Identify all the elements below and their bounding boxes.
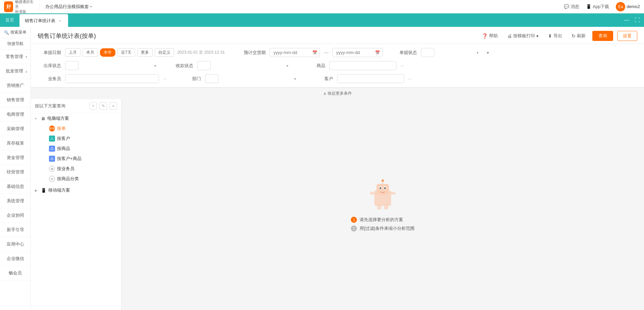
customer-input[interactable]	[337, 74, 404, 83]
logo-subtitle: 标准版	[15, 9, 34, 14]
help-label: 帮助	[489, 33, 498, 39]
by-order-icon: 按单	[49, 125, 55, 132]
tree-node-by-goods-type[interactable]: ▤ 按商品分类	[39, 174, 121, 184]
logo-icon: 好	[4, 1, 13, 12]
sidebar-item-member[interactable]: 畅会员	[0, 266, 31, 280]
status-expand-arrow[interactable]: ▾	[487, 50, 489, 55]
sidebar-item-system-label: 系统管理	[7, 198, 24, 203]
tab-home-label: 首页	[5, 17, 14, 23]
right-content: 1 请先选择要分析的方案 2 用[过滤]条件来缩小分析范围	[121, 99, 644, 310]
sidebar-item-retail[interactable]: 零售管理 ▾	[0, 50, 31, 64]
tree-node-by-customer-goods[interactable]: 品 按客户+商品	[39, 154, 121, 164]
sidebar-item-marketing[interactable]: 营销推广	[0, 79, 31, 93]
filter-row-3: 业务员 ··· 部门 客户 ···	[38, 74, 637, 83]
sidebar-item-wechat[interactable]: 企业微信	[0, 252, 31, 266]
left-panel-icons: + ✎ «	[90, 102, 117, 110]
export-btn[interactable]: ⬇ 导出	[545, 32, 565, 40]
mobile-section-header[interactable]: ▶ 📱 移动端方案	[31, 185, 121, 195]
sidebar-item-wholesale[interactable]: 批发管理 ▴	[0, 64, 31, 79]
sidebar-item-enterprise[interactable]: 企业协同	[0, 208, 31, 223]
sidebar-item-newbie[interactable]: 新手引导	[0, 223, 31, 237]
by-customer-goods-icon: 品	[49, 156, 55, 162]
tip-num-1: 1	[351, 217, 357, 223]
tab-sales-order[interactable]: 销售订单统计表 ×	[19, 14, 68, 28]
last-month-btn[interactable]: 上月	[65, 48, 80, 57]
sidebar-item-basic[interactable]: 基础信息	[0, 179, 31, 194]
expected-date-to-input[interactable]	[332, 48, 383, 57]
sidebar-item-appcenter-label: 应用中心	[7, 242, 24, 247]
salesman-ellipsis[interactable]: ···	[163, 76, 167, 81]
app-download-btn[interactable]: 📱 App下载	[586, 4, 609, 10]
customer-ellipsis[interactable]: ···	[408, 76, 412, 81]
tab-minimize-icon[interactable]: —	[623, 16, 631, 24]
sidebar-item-system[interactable]: 系统管理	[0, 194, 31, 208]
svg-rect-1	[377, 184, 389, 195]
query-btn[interactable]: 查询	[592, 31, 613, 41]
tree-node-by-goods[interactable]: 品 按商品	[39, 144, 121, 154]
nav-quick-item[interactable]: 快捷导航	[0, 38, 31, 50]
tab-close-btn[interactable]: ×	[57, 18, 63, 23]
sidebar-item-purchase[interactable]: 采购管理	[0, 122, 31, 136]
print-btn[interactable]: 🖨 按模板打印 ▾	[504, 32, 541, 40]
collapse-bar[interactable]: ∧ 收起更多条件	[31, 88, 644, 99]
refresh-btn[interactable]: ↻ 刷新	[569, 32, 588, 40]
sidebar-item-operation[interactable]: 经营管理	[0, 165, 31, 179]
sidebar-item-appcenter[interactable]: 应用中心	[0, 237, 31, 252]
message-btn[interactable]: 💬 消息	[564, 4, 579, 10]
panel-add-icon[interactable]: +	[90, 102, 97, 110]
tip-num-2: 2	[351, 225, 357, 231]
date-btn-group: 上月 本月 本年 近7天 更多 自定义 2023-01-01 至 2023-12…	[65, 48, 225, 57]
payment-status-select[interactable]	[197, 61, 211, 70]
user-area[interactable]: Ea demo2	[616, 2, 640, 11]
sidebar-item-sales[interactable]: 销售管理	[0, 93, 31, 107]
svg-rect-8	[370, 192, 375, 194]
sidebar-item-newbie-label: 新手引导	[7, 227, 24, 232]
sidebar-item-finance[interactable]: 资金管理	[0, 151, 31, 165]
page-header: 销售订单统计表(按单) ❓ 帮助 🖨 按模板打印 ▾ ⬇ 导出 ↻ 刷新	[31, 27, 644, 44]
goods-ellipsis[interactable]: ···	[400, 63, 404, 68]
tree-child-container: 按单 按单 人 按客户 品 按商品	[31, 123, 121, 184]
mobile-icon: 📱	[41, 188, 46, 193]
this-month-btn[interactable]: 本月	[83, 48, 98, 57]
sidebar-item-ecommerce[interactable]: 电商管理	[0, 107, 31, 122]
top-bar: 好 畅捷通好生意 标准版 办公用品行业模拟账套 ▾ 💬 消息 📱 App下载 E…	[0, 0, 644, 13]
panel-collapse-icon[interactable]: «	[110, 102, 117, 110]
customer-label: 客户	[310, 76, 333, 82]
tree-node-by-salesman[interactable]: ▦ 按业务员	[39, 164, 121, 174]
refresh-label: 刷新	[577, 33, 586, 39]
tree-node-by-order[interactable]: 按单 按单	[39, 123, 121, 134]
sidebar-item-inventory-label: 库存核算	[7, 141, 24, 146]
salesman-label: 业务员	[38, 76, 61, 82]
pc-section-header[interactable]: ▾ 🖥 电脑端方案	[31, 113, 121, 123]
collapse-label: 收起更多条件	[328, 91, 352, 96]
workspace-title[interactable]: 办公用品行业模拟账套 ▾	[45, 4, 92, 10]
goods-input[interactable]	[329, 61, 396, 70]
sidebar-item-marketing-label: 营销推广	[7, 83, 24, 88]
mobile-section-label: 移动端方案	[48, 187, 70, 193]
department-select[interactable]	[205, 74, 218, 83]
top-bar-divider	[40, 3, 40, 10]
last7days-btn[interactable]: 近7天	[117, 48, 135, 57]
department-label: 部门	[177, 76, 201, 82]
current-year-btn[interactable]: 本年	[100, 48, 115, 57]
tab-maximize-icon[interactable]: ⛶	[633, 16, 641, 24]
tab-home[interactable]: 首页	[0, 13, 19, 27]
stock-status-select[interactable]	[65, 61, 78, 70]
content-area: 销售订单统计表(按单) ❓ 帮助 🖨 按模板打印 ▾ ⬇ 导出 ↻ 刷新	[31, 27, 644, 310]
sidebar-item-inventory[interactable]: 库存核算	[0, 136, 31, 151]
help-icon: ❓	[482, 33, 488, 39]
nav-search-item[interactable]: 🔍 搜索菜单	[0, 27, 31, 38]
tree-node-by-customer[interactable]: 人 按客户	[39, 134, 121, 144]
more-btn[interactable]: 更多	[137, 48, 153, 57]
expected-date-from-input[interactable]	[270, 48, 320, 57]
filter-panel: 单据日期 上月 本月 本年 近7天 更多 自定义 2023-01-01 至 20…	[31, 44, 644, 88]
panel-edit-icon[interactable]: ✎	[100, 102, 107, 110]
tab-bar: 首页 销售订单统计表 × — ⛶	[0, 13, 644, 27]
logo-icon-text: 好	[6, 4, 11, 10]
custom-btn[interactable]: 自定义	[155, 48, 174, 57]
export-label: 导出	[553, 33, 562, 39]
salesman-input[interactable]	[65, 74, 159, 83]
status-select[interactable]	[421, 48, 434, 57]
settings-btn[interactable]: 设置	[617, 31, 637, 41]
help-btn[interactable]: ❓ 帮助	[479, 32, 500, 40]
